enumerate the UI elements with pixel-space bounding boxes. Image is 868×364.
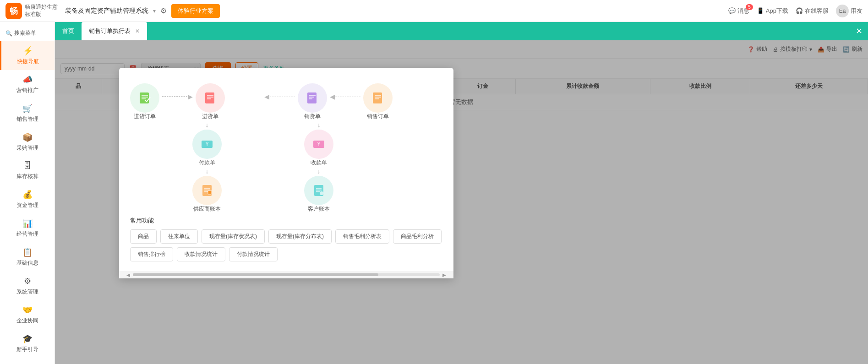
content-area: 首页 销售订单执行表 ✕ ✕ ❓ 帮助	[55, 22, 868, 364]
sales-bill-circle[interactable]	[298, 83, 327, 113]
sidebar-item-operation[interactable]: 📊 经营管理	[0, 214, 55, 243]
down-arrow-payment: ↓	[206, 121, 209, 129]
cf-btn-goods-profit[interactable]: 商品毛利分析	[393, 229, 442, 244]
customer-ledger-col: ↓	[304, 167, 333, 213]
supplier-ledger-circle[interactable]	[192, 176, 222, 205]
purchase-order-node: 进货订单	[130, 83, 159, 120]
receipt-bill-circle[interactable]: ¥	[304, 130, 333, 159]
tab-home[interactable]: 首页	[55, 22, 82, 40]
scroll-right-btn[interactable]: ▶	[442, 272, 446, 277]
cf-btn-receipt-stat[interactable]: 收款情况统计	[177, 247, 225, 261]
finance-icon: 💰	[22, 190, 33, 200]
sidebar-item-basic-info[interactable]: 📋 基础信息	[0, 243, 55, 272]
system-icon: ⚙	[24, 276, 31, 286]
basic-info-icon: 📋	[22, 247, 33, 257]
svg-rect-24	[208, 190, 212, 194]
sidebar-item-finance[interactable]: 💰 资金管理	[0, 185, 55, 214]
svg-text:¥: ¥	[317, 141, 321, 147]
message-btn[interactable]: 💬 消息 5	[728, 7, 749, 15]
scroll-left-btn[interactable]: ◀	[126, 272, 130, 277]
online-service-btn[interactable]: 🎧 在线客服	[796, 7, 829, 15]
flow-section: 进货订单 ▶	[130, 79, 442, 213]
tab-close-icon[interactable]: ✕	[135, 28, 140, 34]
cf-btn-payment-stat[interactable]: 付款情况统计	[229, 247, 278, 261]
cf-btn-goods[interactable]: 商品	[130, 229, 157, 244]
close-all-btn[interactable]: ✕	[856, 26, 863, 36]
modal-overlay: 进货订单 ▶	[55, 40, 868, 364]
down-arrow-receipt: ↓	[317, 121, 321, 129]
quick-nav-modal: 进货订单 ▶	[119, 68, 453, 278]
inventory-icon: 🗄	[23, 161, 32, 171]
common-functions: 常用功能 商品 往来单位 现存量(库存状况表) 现存量(库存分布表) 销售毛利分…	[130, 217, 442, 261]
sidebar-item-sales[interactable]: 🛒 销售管理	[0, 99, 55, 128]
down-arrow-customer: ↓	[317, 168, 321, 175]
sales-icon: 🛒	[22, 103, 33, 114]
down-arrow-supplier: ↓	[206, 168, 209, 175]
payment-bill-circle[interactable]: ¥	[192, 130, 222, 159]
logo-area: 畅 畅康通好生意 标准版	[5, 3, 60, 19]
app-download-btn[interactable]: 📱 App下载	[757, 7, 788, 15]
try-btn[interactable]: 体验行业方案	[171, 4, 220, 18]
customer-ledger-circle[interactable]	[304, 176, 333, 205]
sidebar: 🔍 搜索菜单 ⚡ 快捷导航 📣 营销推广 🛒 销售管理 📦 采购管理 🗄	[0, 22, 55, 364]
page-content: ❓ 帮助 🖨 按模板打印 ▾ 📤 导出 🔄 刷新	[55, 40, 868, 364]
purchase-order-circle[interactable]	[130, 83, 159, 113]
cf-btn-sales-profit[interactable]: 销售毛利分析表	[335, 229, 389, 244]
svg-point-29	[320, 191, 323, 195]
message-icon: 💬	[728, 7, 736, 14]
sidebar-item-quick-nav[interactable]: ⚡ 快捷导航	[0, 41, 55, 70]
customer-ledger-label: 客户账本	[308, 205, 330, 213]
cf-btn-sales-rank[interactable]: 销售排行榜	[130, 247, 173, 261]
flow-row-2: ↓ ¥ 付款单	[130, 120, 442, 167]
sidebar-item-purchase[interactable]: 📦 采购管理	[0, 128, 55, 157]
payment-col: ↓ ¥ 付款单	[192, 120, 222, 167]
scroll-track[interactable]	[133, 273, 440, 276]
search-icon: 🔍	[5, 30, 12, 37]
receipt-bill-label: 收款单	[311, 159, 327, 167]
arrow-3: ▶	[327, 93, 363, 111]
scroll-bar-area: ◀ ▶	[119, 271, 453, 278]
svg-rect-0	[140, 92, 149, 103]
sales-bill-node: 销货单	[298, 83, 327, 120]
logo-icon: 畅	[5, 3, 22, 19]
download-icon: 📱	[757, 7, 764, 14]
newbie-icon: 🎓	[22, 334, 33, 344]
sidebar-item-system[interactable]: ⚙ 系统管理	[0, 272, 55, 300]
purchase-icon: 📦	[22, 132, 33, 142]
cf-btn-partners[interactable]: 往来单位	[160, 229, 198, 244]
flow-row-1: 进货订单 ▶	[130, 83, 442, 120]
logo-text: 畅康通好生意 标准版	[25, 4, 58, 18]
purchase-bill-circle[interactable]	[196, 83, 225, 113]
service-icon: 🎧	[796, 7, 803, 14]
sidebar-item-marketing[interactable]: 📣 营销推广	[0, 70, 55, 99]
cf-buttons: 商品 往来单位 现存量(库存状况表) 现存量(库存分布表) 销售毛利分析表 商品…	[130, 229, 442, 261]
system-dropdown-icon[interactable]: ▾	[153, 8, 156, 14]
sales-order-circle[interactable]	[363, 83, 393, 113]
arrow-2: ▶	[262, 93, 298, 111]
svg-rect-12	[373, 92, 382, 103]
sidebar-item-newbie[interactable]: 🎓 新手引导	[0, 329, 55, 358]
user-area[interactable]: Ea 用友	[836, 5, 863, 17]
operation-icon: 📊	[22, 218, 33, 228]
purchase-bill-node: 进货单	[196, 83, 225, 120]
purchase-bill-label: 进货单	[202, 113, 218, 120]
svg-rect-4	[205, 92, 214, 103]
quick-nav-icon: ⚡	[23, 46, 33, 56]
tab-bar: 首页 销售订单执行表 ✕ ✕	[55, 22, 868, 40]
tab-sales-order[interactable]: 销售订单执行表 ✕	[82, 22, 147, 40]
svg-text:¥: ¥	[205, 141, 209, 147]
marketing-icon: 📣	[22, 75, 33, 85]
cf-title: 常用功能	[130, 217, 442, 225]
purchase-order-label: 进货订单	[134, 113, 156, 120]
header-right: 💬 消息 5 📱 App下载 🎧 在线客服 Ea 用友	[728, 5, 863, 17]
settings-icon[interactable]: ⚙	[160, 6, 167, 15]
sidebar-item-enterprise[interactable]: 🤝 企业协同	[0, 300, 55, 329]
cf-btn-stock-dist[interactable]: 现存量(库存分布表)	[268, 229, 332, 244]
sidebar-item-inventory[interactable]: 🗄 库存核算	[0, 157, 55, 185]
cf-btn-stock-status[interactable]: 现存量(库存状况表)	[202, 229, 265, 244]
payment-bill-label: 付款单	[199, 159, 215, 167]
search-menu[interactable]: 🔍 搜索菜单	[0, 26, 55, 41]
main-layout: 🔍 搜索菜单 ⚡ 快捷导航 📣 营销推广 🛒 销售管理 📦 采购管理 🗄	[0, 22, 868, 364]
flow-row-3: ↓	[130, 167, 442, 213]
arrow-1: ▶	[159, 93, 196, 111]
